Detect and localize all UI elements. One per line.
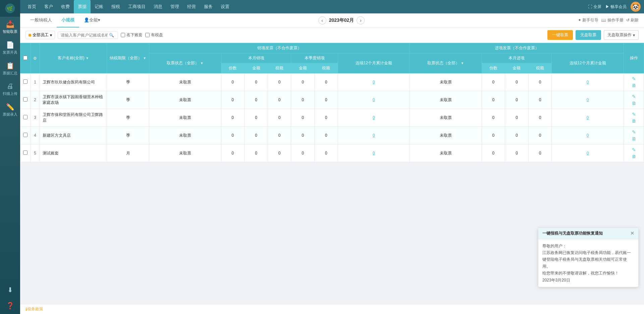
my-accounts-checkbox[interactable] (121, 33, 125, 37)
filter-sales-status-icon[interactable]: ▼ (200, 61, 204, 65)
row-customer-name: 卫辉市保和堂医药有限公司卫辉路店 (40, 109, 107, 127)
row-checkbox[interactable] (20, 109, 31, 127)
sidebar-item-data-entry[interactable]: ✏️ 票据录入 (0, 100, 20, 120)
notification-close-btn[interactable]: ✕ (630, 231, 634, 236)
row-purchase-status: 未取票 (410, 91, 482, 109)
th-p-month-count: 份数 (482, 63, 505, 73)
nav-invoice[interactable]: 票据 (74, 0, 91, 13)
row-s-month-count: 0 (221, 91, 245, 109)
prev-month-btn[interactable]: ‹ (318, 16, 326, 24)
nav-operate[interactable]: 经营 (183, 0, 200, 13)
tab-general[interactable]: 一般纳税人 (25, 13, 57, 27)
row-select-checkbox[interactable] (23, 133, 28, 137)
vip-btn[interactable]: ▶ 畅享会员 (605, 4, 627, 10)
th-purchase-12month: 连续12个月累计金额 (552, 53, 624, 73)
nav-tax[interactable]: 报税 (107, 0, 124, 13)
search-input[interactable] (61, 33, 108, 38)
edit-action-btn[interactable]: ✎ (631, 146, 637, 153)
filter-bar: 全部员工 ▾ 🔍 名下账套 有税盘 一键取票 无盘取票 无盘取票操作 ▾ (20, 27, 644, 43)
nav-bookkeeping[interactable]: 记账 (91, 0, 107, 13)
employee-select[interactable]: 全部员工 ▾ (25, 31, 55, 39)
select-all-checkbox[interactable] (23, 56, 28, 60)
row-select-checkbox[interactable] (23, 79, 28, 84)
row-p-12month[interactable]: 0 (552, 109, 624, 127)
row-checkbox[interactable] (20, 91, 31, 109)
detail-action-btn[interactable]: 🗎 (631, 100, 637, 107)
fullscreen-btn[interactable]: ⛶ 全屏 (588, 4, 601, 10)
tab-small[interactable]: 小规模 (57, 13, 79, 27)
row-select-checkbox[interactable] (23, 97, 28, 102)
checkbox-my-accounts[interactable]: 名下账套 (121, 32, 143, 38)
th-purchase-month: 本月进项 (482, 53, 552, 63)
tab-all-chevron: ▾ (98, 17, 100, 22)
edit-action-btn[interactable]: ✎ (631, 93, 637, 100)
nav-settings[interactable]: 设置 (217, 0, 233, 13)
logo[interactable]: 🌿 (0, 0, 20, 17)
user-avatar[interactable]: 🐼 (631, 2, 641, 12)
row-p-month-tax: 0 (528, 91, 552, 109)
sidebar-item-smart-fetch[interactable]: 📥 智能取票 (0, 17, 20, 38)
row-s-12month[interactable]: 0 (338, 144, 410, 162)
next-month-btn[interactable]: › (357, 16, 365, 24)
row-s-12month[interactable]: 0 (338, 109, 410, 127)
month-navigation: ‹ 2023年02月 › (318, 16, 365, 24)
th-s-month-amount: 金额 (245, 63, 268, 73)
edit-action-btn[interactable]: ✎ (631, 75, 637, 82)
row-s-12month[interactable]: 0 (338, 73, 410, 91)
nav-manage[interactable]: 管理 (166, 0, 183, 13)
no-disk-ops-btn[interactable]: 无盘取票操作 ▾ (604, 30, 639, 40)
row-select-checkbox[interactable] (23, 150, 28, 155)
tab-all[interactable]: 👤 全能 ▾ (79, 13, 105, 27)
sidebar-item-download[interactable]: ⬇ (0, 282, 20, 298)
row-checkbox[interactable] (20, 144, 31, 162)
tax-policy-link[interactable]: 税务政策 (27, 306, 43, 312)
filter-purchase-status-icon[interactable]: ▼ (461, 61, 464, 65)
detail-action-btn[interactable]: 🗎 (631, 82, 637, 89)
has-disk-checkbox[interactable] (145, 33, 150, 37)
row-p-month-count: 0 (482, 127, 505, 144)
row-p-month-tax: 0 (528, 109, 552, 127)
nav-service[interactable]: 服务 (200, 0, 217, 13)
row-p-12month[interactable]: 0 (552, 144, 624, 162)
row-customer-name: 卫辉市玖玖健合医药有限公司 (40, 73, 107, 91)
manual-link[interactable]: 📖 操作手册 (601, 17, 623, 23)
row-checkbox[interactable] (20, 73, 31, 91)
nav-message[interactable]: 消息 (150, 0, 166, 13)
sidebar-item-invoice-summary[interactable]: 📋 票据汇总 (0, 58, 20, 79)
filter-customer-icon[interactable]: ▼ (86, 56, 89, 60)
notification-body: 尊敬的用户： 江苏政务网已恢复访问电子税务局功能，易代账一键登陆电子税务局与无盘… (538, 239, 638, 287)
help-icon: ❓ (6, 302, 14, 310)
settings-icon[interactable]: ⚙ (33, 56, 37, 61)
nav-collect[interactable]: 收费 (57, 0, 74, 13)
search-box[interactable]: 🔍 (58, 32, 118, 39)
row-select-checkbox[interactable] (23, 115, 28, 119)
new-guide-link[interactable]: ✦ 新手引导 (578, 17, 598, 23)
sidebar-item-issue-invoice[interactable]: 📄 发票开具 (0, 38, 20, 58)
search-icon: 🔍 (109, 33, 114, 38)
row-p-12month[interactable]: 0 (552, 73, 624, 91)
detail-action-btn[interactable]: 🗎 (631, 153, 637, 160)
nav-customer[interactable]: 客户 (40, 0, 57, 13)
edit-action-btn[interactable]: ✎ (631, 129, 637, 135)
one-click-fetch-btn[interactable]: 一键取票 (547, 30, 573, 40)
no-disk-fetch-btn[interactable]: 无盘取票 (576, 30, 601, 40)
row-checkbox[interactable] (20, 127, 31, 144)
row-s-12month[interactable]: 0 (338, 127, 410, 144)
row-p-12month[interactable]: 0 (552, 127, 624, 144)
row-p-12month[interactable]: 0 (552, 91, 624, 109)
checkbox-has-disk[interactable]: 有税盘 (145, 32, 163, 38)
sidebar-item-scan-upload[interactable]: 🖨 扫描上传 (0, 79, 20, 100)
nav-home[interactable]: 首页 (23, 0, 40, 13)
filter-period-icon[interactable]: ▼ (143, 56, 146, 60)
row-s-month-amount: 0 (245, 109, 268, 127)
row-p-month-amount: 0 (505, 109, 529, 127)
detail-action-btn[interactable]: 🗎 (631, 118, 637, 124)
refresh-link[interactable]: ↺ 刷新 (626, 17, 639, 23)
sidebar-item-help[interactable]: ❓ (0, 298, 20, 314)
edit-action-btn[interactable]: ✎ (631, 111, 637, 118)
nav-business[interactable]: 工商项目 (124, 0, 150, 13)
row-s-month-amount: 0 (245, 91, 268, 109)
row-actions: ✎ 🗎 (624, 91, 644, 109)
detail-action-btn[interactable]: 🗎 (631, 135, 637, 142)
row-s-12month[interactable]: 0 (338, 91, 410, 109)
